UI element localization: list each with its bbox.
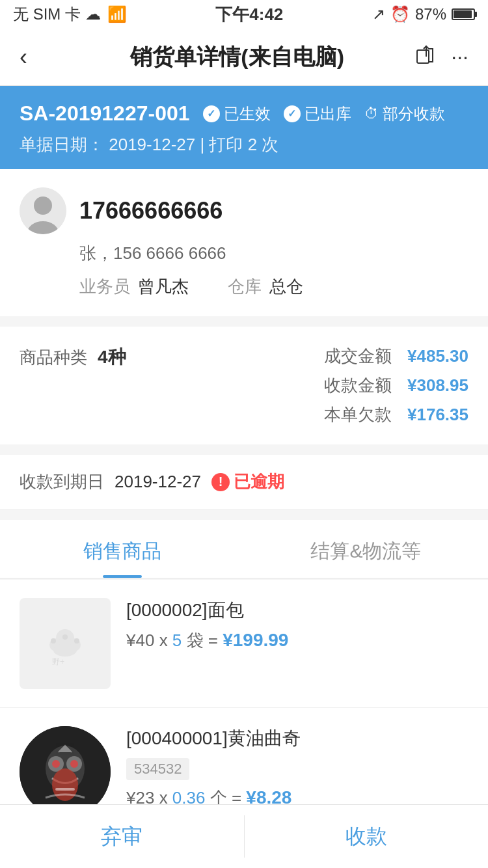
due-date-value: 2019-12-27 [115, 472, 201, 492]
collect-button[interactable]: 收款 [245, 805, 489, 868]
product-sku-2: 534532 [126, 758, 189, 780]
stats-section: 商品种类 4种 成交金额 ¥485.30 收款金额 ¥308.95 本单欠款 ¥… [0, 327, 488, 444]
check-icon-2: ✓ [284, 105, 301, 122]
salesperson-label: 业务员 [79, 275, 130, 298]
received-label: 收款金额 [324, 374, 392, 397]
unit-1: 袋 [187, 631, 204, 650]
tab-products[interactable]: 销售商品 [0, 520, 244, 578]
status-right: ↗ ⏰ 87% [372, 5, 475, 23]
price-x-1: x [159, 631, 172, 650]
print-info: | 打印 2 次 [200, 135, 278, 154]
stats-right: 成交金额 ¥485.30 收款金额 ¥308.95 本单欠款 ¥176.35 [324, 345, 468, 426]
battery-label: 87% [415, 5, 446, 23]
product-image-2 [20, 726, 111, 817]
status-bar: 无 SIM 卡 ☁ 📶 下午4:42 ↗ ⏰ 87% [0, 0, 488, 29]
product-image-1: 野+ [20, 598, 111, 689]
salesperson-value: 曾凡杰 [138, 275, 189, 298]
customer-name-info: 张，156 6666 6666 [79, 242, 468, 265]
nav-actions: ··· [416, 45, 468, 69]
salesperson-item: 业务员 曾凡杰 [79, 275, 189, 298]
svg-point-17 [52, 760, 60, 768]
order-id-row: SA-20191227-001 ✓ 已生效 ✓ 已出库 ⏱ 部分收款 [20, 102, 468, 126]
quantity-1: 5 [172, 631, 182, 650]
status-left: 无 SIM 卡 ☁ 📶 [13, 4, 127, 25]
overdue-dot-icon: ! [211, 473, 230, 491]
warehouse-item: 仓库 总仓 [228, 275, 303, 298]
category-label: 商品种类 [20, 346, 87, 369]
order-date-row: 单据日期： 2019-12-27 | 打印 2 次 [20, 133, 468, 156]
svg-point-3 [34, 197, 52, 215]
amount-label: 成交金额 [324, 345, 392, 368]
customer-phone: 17666666666 [79, 197, 223, 224]
owe-value: ¥176.35 [407, 405, 468, 425]
svg-point-9 [51, 638, 56, 644]
product-name-2: [000400001]黄油曲奇 [126, 726, 468, 751]
alarm-icon: ⏰ [390, 5, 410, 23]
overdue-text: 已逾期 [234, 470, 284, 493]
received-value: ¥308.95 [407, 375, 468, 396]
svg-point-8 [53, 644, 77, 657]
category-count: 4种 [98, 345, 126, 370]
stats-left: 商品种类 4种 [20, 345, 126, 370]
tab-settlement[interactable]: 结算&物流等 [244, 520, 488, 578]
share-icon[interactable] [416, 45, 435, 69]
svg-point-18 [70, 760, 78, 768]
eq-1: = [208, 631, 223, 650]
due-section: 收款到期日 2019-12-27 ! 已逾期 [0, 455, 488, 509]
total-1: ¥199.99 [223, 630, 288, 650]
product-name-1: [0000002]面包 [126, 598, 468, 623]
battery-icon [452, 8, 475, 20]
wifi-icon: 📶 [107, 5, 127, 23]
customer-meta: 业务员 曾凡杰 仓库 总仓 [79, 275, 468, 298]
product-item: 野+ [0000002]面包 ¥40 x 5 袋 = ¥199.99 [0, 580, 488, 708]
cancel-review-button[interactable]: 弃审 [0, 805, 244, 868]
back-button[interactable]: ‹ [20, 44, 59, 71]
svg-point-10 [74, 638, 79, 644]
status-effected: ✓ 已生效 [203, 103, 271, 124]
check-icon-1: ✓ [203, 105, 220, 122]
svg-point-11 [62, 634, 68, 640]
avatar [20, 187, 66, 234]
nav-bar: ‹ 销货单详情(来自电脑) ··· [0, 29, 488, 86]
svg-rect-20 [55, 788, 75, 791]
page-title: 销货单详情(来自电脑) [130, 42, 344, 72]
amount-value: ¥485.30 [407, 346, 468, 366]
amount-row: 成交金额 ¥485.30 [324, 345, 468, 368]
status-partial: ⏱ 部分收款 [364, 103, 445, 124]
bottom-bar: 弃审 收款 [0, 804, 488, 868]
warehouse-label: 仓库 [228, 275, 262, 298]
tabs-container: 销售商品 结算&物流等 [0, 520, 488, 578]
product-price-1: ¥40 x 5 袋 = ¥199.99 [126, 629, 468, 652]
clock-icon: ⏱ [364, 105, 379, 122]
customer-section: 17666666666 张，156 6666 6666 业务员 曾凡杰 仓库 总… [0, 169, 488, 316]
order-header: SA-20191227-001 ✓ 已生效 ✓ 已出库 ⏱ 部分收款 单据日期：… [0, 86, 488, 169]
product-info-1: [0000002]面包 ¥40 x 5 袋 = ¥199.99 [126, 598, 468, 652]
owe-row: 本单欠款 ¥176.35 [324, 403, 468, 426]
overdue-badge: ! 已逾期 [211, 470, 284, 493]
location-icon: ↗ [372, 5, 385, 23]
date-label: 单据日期： [20, 135, 104, 154]
customer-row: 17666666666 [20, 187, 468, 234]
received-row: 收款金额 ¥308.95 [324, 374, 468, 397]
status-shipped: ✓ 已出库 [284, 103, 351, 124]
product-info-2: [000400001]黄油曲奇 534532 ¥23 x 0.36 个 = ¥8… [126, 726, 468, 809]
order-id: SA-20191227-001 [20, 102, 190, 126]
status-time: 下午4:42 [215, 3, 283, 26]
sim-label: 无 SIM 卡 ☁ [13, 4, 101, 25]
due-label: 收款到期日 [20, 470, 104, 493]
svg-rect-0 [417, 50, 429, 63]
price-unit-1: ¥40 [126, 631, 154, 650]
svg-text:野+: 野+ [52, 657, 64, 666]
owe-label: 本单欠款 [324, 403, 392, 426]
more-icon[interactable]: ··· [451, 45, 468, 69]
warehouse-value: 总仓 [269, 275, 303, 298]
order-date: 2019-12-27 [109, 135, 195, 154]
product-list: 野+ [0000002]面包 ¥40 x 5 袋 = ¥199.99 [0, 580, 488, 836]
